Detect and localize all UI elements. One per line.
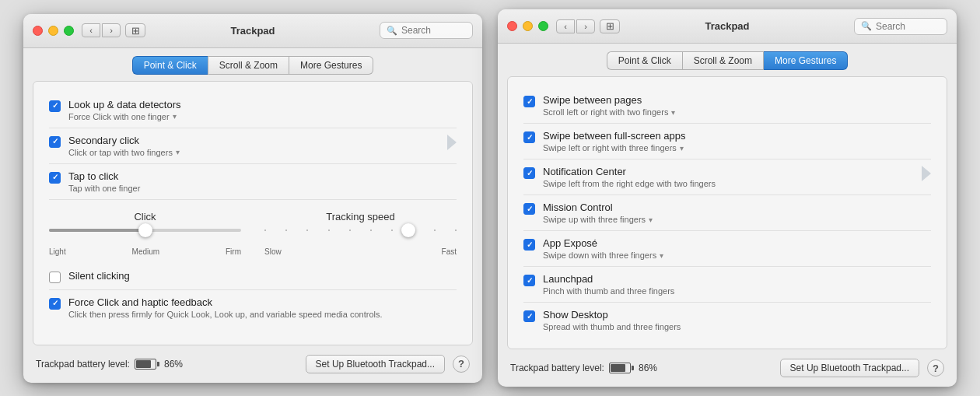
slider-click-fill [49, 229, 145, 232]
checkbox-mission-control[interactable] [523, 203, 535, 215]
pref-row-swipe-fullscreen: Swipe between full-screen apps Swipe lef… [523, 124, 931, 159]
battery-label-right: Trackpad battery level: 86% [510, 363, 657, 373]
battery-fill-left [136, 360, 151, 368]
slider-click-track[interactable] [49, 229, 241, 232]
pref-row-swipe-pages: Swipe between pages Scroll left or right… [523, 88, 931, 124]
slider-click: Click Light Medium Firm [49, 211, 241, 256]
checkbox-tap-click[interactable] [49, 172, 61, 184]
tab-more-gestures-right[interactable]: More Gestures [764, 51, 848, 70]
pref-label-notif-center: Notification Center [543, 166, 892, 177]
pref-label-mission-control: Mission Control [543, 202, 931, 213]
help-btn-left[interactable]: ? [453, 356, 470, 373]
slider-click-labels: Light Medium Firm [49, 247, 241, 256]
pref-label-tap-click: Tap to click [68, 170, 457, 182]
pref-desc-swipe-pages: Scroll left or right with two fingers ▾ [543, 107, 931, 117]
battery-body-right [609, 363, 631, 373]
content-right: Swipe between pages Scroll left or right… [507, 76, 947, 349]
window-right: ‹ › ⊞ Trackpad 🔍 Point & Click Scroll & … [498, 9, 957, 387]
tabs-bar-right: Point & Click Scroll & Zoom More Gesture… [498, 44, 957, 76]
pref-label-look-up: Look up & data detectors [68, 99, 457, 110]
battery-icon-left [135, 359, 159, 370]
pref-desc-notif-center: Swipe left from the right edge with two … [543, 179, 892, 188]
pref-desc-show-desktop: Spread with thumb and three fingers [543, 322, 931, 331]
titlebar-right: ‹ › ⊞ Trackpad 🔍 [498, 9, 957, 44]
chevron-look-up: ▾ [173, 112, 177, 121]
slider-dots-row [264, 230, 457, 231]
checkbox-look-up[interactable] [49, 100, 61, 112]
pref-label-silent: Silent clicking [68, 270, 457, 282]
nav-buttons-right: ‹ › [556, 19, 595, 33]
checkbox-app-expose[interactable] [523, 239, 535, 251]
maximize-button-left[interactable] [64, 26, 74, 36]
search-input-left[interactable] [401, 25, 466, 36]
search-box-left[interactable]: 🔍 [380, 22, 473, 39]
slider-tracking-track-container [264, 229, 457, 244]
slider-click-thumb[interactable] [138, 223, 152, 237]
checkbox-force-click[interactable] [49, 298, 61, 310]
maximize-button-right[interactable] [538, 21, 548, 31]
tab-scroll-zoom-left[interactable]: Scroll & Zoom [208, 56, 289, 75]
pref-desc-swipe-fullscreen: Swipe left or right with three fingers ▾ [543, 143, 931, 152]
minimize-button-left[interactable] [48, 26, 58, 36]
checkbox-swipe-pages[interactable] [523, 96, 535, 107]
setup-btn-left[interactable]: Set Up Bluetooth Trackpad... [306, 355, 445, 373]
battery-fill-right [611, 364, 625, 372]
checkbox-notif-center[interactable] [523, 167, 535, 179]
search-input-right[interactable] [876, 21, 940, 32]
pref-desc-app-expose: Swipe down with three fingers ▾ [543, 251, 931, 260]
pref-label-app-expose: App Exposé [543, 237, 931, 249]
grid-button-right[interactable]: ⊞ [600, 19, 620, 33]
battery-label-left: Trackpad battery level: 86% [36, 359, 183, 370]
close-button-right[interactable] [507, 21, 517, 31]
traffic-lights-left [33, 26, 74, 36]
help-btn-right[interactable]: ? [927, 359, 944, 377]
forward-button-left[interactable]: › [102, 23, 121, 37]
battery-icon-right [609, 363, 634, 373]
grid-button-left[interactable]: ⊞ [125, 23, 145, 37]
pref-row-notif-center: Notification Center Swipe left from the … [523, 159, 931, 195]
bottom-bar-right: Trackpad battery level: 86% Set Up Bluet… [498, 359, 957, 387]
forward-button-right[interactable]: › [576, 19, 595, 33]
tab-scroll-zoom-right[interactable]: Scroll & Zoom [682, 51, 764, 70]
pref-desc-force-click: Click then press firmly for Quick Look, … [68, 310, 457, 319]
battery-tip-left [157, 362, 159, 366]
pref-desc-tap-click: Tap with one finger [68, 184, 457, 193]
tab-more-gestures-left[interactable]: More Gestures [289, 56, 373, 75]
nav-buttons-left: ‹ › [82, 23, 121, 37]
checkbox-silent[interactable] [49, 272, 61, 283]
setup-btn-right[interactable]: Set Up Bluetooth Trackpad... [780, 359, 919, 377]
checkbox-show-desktop[interactable] [523, 310, 535, 322]
pref-row-mission-control: Mission Control Swipe up with three fing… [523, 195, 931, 231]
traffic-lights-right [507, 21, 548, 31]
pref-row-tap-click: Tap to click Tap with one finger [49, 164, 457, 200]
checkbox-secondary-click[interactable] [49, 136, 61, 148]
slider-tracking: Tracking speed [264, 211, 457, 256]
minimize-button-right[interactable] [523, 21, 533, 31]
back-button-right[interactable]: ‹ [556, 19, 575, 33]
chevron-secondary-click: ▾ [176, 148, 180, 156]
pref-row-app-expose: App Exposé Swipe down with three fingers… [523, 231, 931, 267]
arrow-shape [447, 135, 457, 150]
pref-label-swipe-pages: Swipe between pages [543, 94, 931, 106]
pref-label-secondary-click: Secondary click [68, 135, 418, 146]
slider-tracking-track[interactable] [264, 229, 457, 232]
pref-label-swipe-fullscreen: Swipe between full-screen apps [543, 130, 931, 142]
pref-desc-look-up: Force Click with one finger ▾ [68, 112, 457, 121]
close-button-left[interactable] [33, 26, 43, 36]
window-title-right: Trackpad [705, 20, 749, 32]
pref-row-show-desktop: Show Desktop Spread with thumb and three… [523, 303, 931, 338]
checkbox-swipe-fullscreen[interactable] [523, 131, 535, 143]
checkbox-launchpad[interactable] [523, 275, 535, 286]
tab-point-click-left[interactable]: Point & Click [132, 56, 208, 75]
search-icon-right: 🔍 [861, 21, 872, 31]
search-icon-left: 🔍 [387, 26, 397, 36]
pref-row-force-click: Force Click and haptic feedback Click th… [49, 290, 457, 325]
arrow-notif [900, 166, 931, 181]
pref-row-look-up: Look up & data detectors Force Click wit… [49, 93, 457, 128]
tab-point-click-right[interactable]: Point & Click [607, 51, 682, 70]
slider-tracking-thumb[interactable] [401, 223, 415, 237]
search-box-right[interactable]: 🔍 [854, 18, 947, 35]
back-button-left[interactable]: ‹ [82, 23, 100, 37]
slider-click-label: Click [49, 211, 241, 223]
titlebar-left: ‹ › ⊞ Trackpad 🔍 [23, 14, 482, 48]
